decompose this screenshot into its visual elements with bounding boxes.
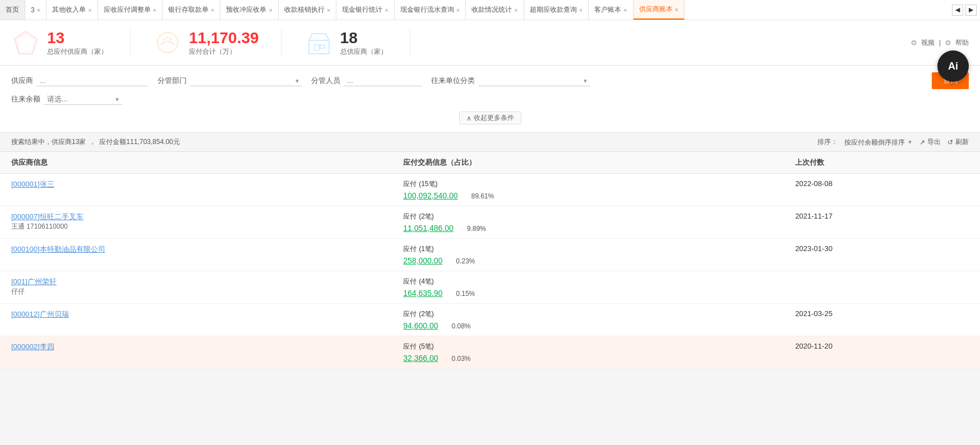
nav-left-arrow[interactable]: ◀: [952, 4, 963, 16]
nav-right-arrow[interactable]: ▶: [965, 4, 977, 16]
stat-text-total-suppliers: 18 总供应商（家）: [340, 29, 387, 57]
supplier-cell-4: [000012]广州贝瑞: [0, 304, 392, 336]
col-header-last-payment: 上次付数: [784, 152, 980, 174]
supplier-id-1: [000007]恒旺二手叉车: [11, 212, 84, 221]
supplier-link-0[interactable]: [000001]张三: [11, 179, 381, 189]
tx-cell-4: 应付 (2笔) 94,600.00 0.08%: [392, 304, 784, 336]
nav-tab-ar-ap-adjust[interactable]: 应收应付调整单 ×: [98, 0, 163, 20]
nav-tab-prepay-ar[interactable]: 预收冲应收单 ×: [220, 0, 278, 20]
stats-bar: 13 总应付供应商（家） 11,170.39 应付合计（万）: [0, 20, 980, 66]
table-row: [000007]恒旺二手叉车 王通 17106110000 应付 (2笔) 11…: [0, 206, 980, 239]
sort-label: 排序：: [817, 137, 838, 147]
stat-label-total-suppliers: 总供应商（家）: [340, 47, 387, 57]
nav-tab-cash-bank-stat-close[interactable]: ×: [385, 7, 388, 13]
supplier-link-2[interactable]: [000100]本特勤油品有限公司: [11, 244, 381, 254]
nav-tab-overdue-ar-label: 超期应收款查询: [530, 5, 577, 15]
nav-tab-customer-ledger-label: 客户账本: [594, 5, 621, 15]
nav-tab-other-income-close[interactable]: ×: [88, 7, 91, 13]
table-header-row: 供应商信息 应付交易信息（占比） 上次付数: [0, 152, 980, 174]
col-header-supplier: 供应商信息: [0, 152, 392, 174]
stat-icon-water: [153, 28, 182, 57]
filter-input-person[interactable]: [344, 75, 422, 86]
nav-tab-supplier-ledger-close[interactable]: ×: [675, 6, 678, 13]
result-text-2: 应付金额111,703,854.00元: [99, 137, 179, 147]
nav-tab-receipt-verify[interactable]: 收款核销执行 ×: [279, 0, 336, 20]
tx-cell-1: 应付 (2笔) 11,051,486.00 9.89%: [392, 206, 784, 239]
nav-tab-customer-ledger-close[interactable]: ×: [623, 7, 627, 13]
supplier-link-4[interactable]: [000012]广州贝瑞: [11, 309, 381, 319]
stat-number-total-suppliers: 18: [340, 29, 387, 48]
tx-amount-3[interactable]: 164,635.90: [403, 289, 442, 298]
separator: |: [939, 39, 941, 47]
supplier-subinfo-3: 仔仔: [11, 287, 381, 296]
export-icon: ↗: [919, 138, 925, 146]
export-button[interactable]: ↗ 导出: [919, 137, 941, 147]
nav-tab-cash-bank-query[interactable]: 现金银行流水查询 ×: [395, 0, 466, 20]
refresh-button[interactable]: ↺ 刷新: [947, 137, 969, 147]
filter-input-supplier[interactable]: [36, 75, 149, 86]
tx-amount-1[interactable]: 11,051,486.00: [403, 224, 454, 233]
tx-amount-2[interactable]: 258,000.00: [403, 256, 442, 265]
nav-tab-customer-ledger[interactable]: 客户账本 ×: [589, 0, 633, 20]
ai-button[interactable]: Ai: [937, 50, 969, 82]
svg-marker-0: [15, 31, 37, 54]
nav-tab-receipt-verify-close[interactable]: ×: [327, 7, 330, 13]
tx-amount-4[interactable]: 94,600.00: [403, 321, 438, 330]
filter-select-category-wrapper: ▼: [478, 75, 590, 86]
svg-rect-5: [320, 45, 325, 48]
last-payment-date-2: 2023-01-30: [795, 244, 833, 253]
video-icon: ⊙: [911, 39, 917, 47]
supplier-cell-2: [000100]本特勤油品有限公司: [0, 239, 392, 271]
last-payment-date-4: 2021-03-25: [795, 309, 833, 318]
nav-tab-3-close[interactable]: ×: [37, 7, 40, 13]
nav-tab-bank-deposit-label: 银行存取款单: [168, 5, 209, 15]
nav-tab-cash-bank-query-label: 现金银行流水查询: [400, 5, 454, 15]
tx-cell-5: 应付 (5笔) 32,366.00 0.03%: [392, 336, 784, 369]
last-payment-cell-2: 2023-01-30: [784, 239, 980, 271]
filter-input-category[interactable]: [478, 75, 590, 86]
nav-tab-bank-deposit-close[interactable]: ×: [211, 7, 214, 13]
filter-label-person: 分管人员: [311, 76, 340, 86]
nav-tab-bank-deposit[interactable]: 银行存取款单 ×: [163, 0, 220, 20]
filter-label-dept: 分管部门: [158, 76, 187, 86]
video-link[interactable]: 视频: [921, 38, 935, 48]
tx-cell-3: 应付 (4笔) 164,635.90 0.15%: [392, 271, 784, 304]
nav-tab-supplier-ledger-label: 供应商账本: [639, 4, 673, 14]
tx-amount-0[interactable]: 100,092,540.00: [403, 191, 457, 200]
filter-row-1: 供应商 分管部门 ▼ 分管人员 往来单位分类 ▼ 查询: [11, 72, 969, 89]
nav-tab-cash-bank-query-close[interactable]: ×: [456, 7, 460, 13]
nav-tab-3[interactable]: 3 ×: [25, 0, 47, 20]
help-link[interactable]: 帮助: [955, 38, 969, 48]
supplier-link-1[interactable]: [000007]恒旺二手叉车: [11, 212, 381, 222]
nav-tab-other-income[interactable]: 其他收入单 ×: [47, 0, 98, 20]
filter-input-dept[interactable]: [190, 75, 302, 86]
filter-input-balance[interactable]: [44, 94, 122, 105]
svg-point-2: [158, 33, 178, 53]
tx-count-2: (1笔): [419, 244, 434, 254]
nav-tab-prepay-ar-label: 预收冲应收单: [226, 5, 266, 15]
nav-tab-overdue-ar-close[interactable]: ×: [579, 7, 583, 13]
nav-tab-prepay-ar-close[interactable]: ×: [269, 7, 272, 13]
supplier-link-3[interactable]: [001]广州荣轩: [11, 277, 381, 287]
sort-select[interactable]: 按应付余额倒序排序: [844, 138, 913, 146]
nav-tab-cash-bank-stat[interactable]: 现金银行统计 ×: [336, 0, 394, 20]
tx-percent-3: 0.15%: [456, 290, 475, 298]
nav-tab-ar-ap-adjust-close[interactable]: ×: [153, 7, 156, 13]
stat-icon-diamond: [11, 28, 40, 57]
filter-item-category: 往来单位分类 ▼: [431, 75, 590, 86]
table-row: [000002]李四 应付 (5笔) 32,366.00 0.03%: [0, 336, 980, 369]
tx-amount-5[interactable]: 32,366.00: [403, 354, 438, 363]
last-payment-date-1: 2021-11-17: [795, 212, 833, 220]
collapse-button[interactable]: ∧ 收起更多条件: [459, 112, 521, 124]
tx-label-5: 应付: [403, 342, 417, 351]
nav-tab-supplier-ledger[interactable]: 供应商账本 ×: [634, 0, 685, 20]
nav-tab-home[interactable]: 首页: [0, 0, 25, 20]
tx-label-0: 应付: [403, 179, 417, 189]
supplier-link-5[interactable]: [000002]李四: [11, 342, 381, 352]
nav-tab-receipt-stat[interactable]: 收款情况统计 ×: [466, 0, 524, 20]
result-separator: ，: [89, 137, 96, 147]
supplier-id-3: [001]广州荣轩: [11, 277, 57, 286]
last-payment-date-0: 2022-08-08: [795, 179, 833, 188]
nav-tab-receipt-stat-close[interactable]: ×: [514, 7, 517, 13]
nav-tab-overdue-ar[interactable]: 超期应收款查询 ×: [524, 0, 589, 20]
